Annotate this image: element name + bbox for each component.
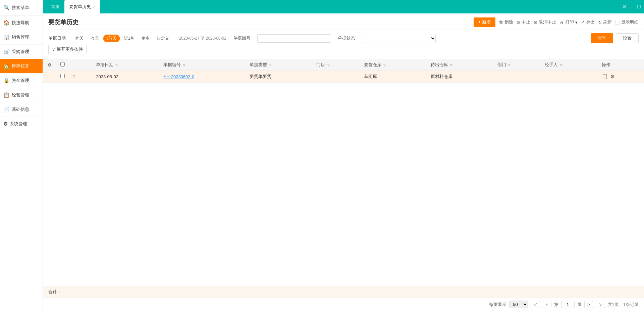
tab-close-icon[interactable]: × xyxy=(93,4,95,9)
page-number-input[interactable]: 1 xyxy=(561,301,575,308)
date-btn-more[interactable]: 更多 xyxy=(139,35,153,42)
col-req-warehouse[interactable]: 要货仓库 ⇅ xyxy=(360,59,427,71)
sidebar-item-operations[interactable]: 📋 经营管理 xyxy=(0,88,43,102)
home-icon: 🏠 xyxy=(3,20,10,26)
sidebar-item-label: 采购管理 xyxy=(12,49,29,55)
sort-handler-icon: ⇅ xyxy=(560,63,562,67)
row-edit-icon[interactable]: 📋 xyxy=(602,74,608,80)
query-button[interactable]: 查询 xyxy=(591,33,613,43)
window-minimize-icon[interactable]: — xyxy=(629,4,635,10)
toolbar: + 新增 🗑 删除 ⊘ 中止 ⊙ 取消中止 🖨 打印 ▾ xyxy=(474,17,639,27)
sidebar-item-base[interactable]: 📄 基础信息 xyxy=(0,102,43,117)
sidebar-item-label: 销售管理 xyxy=(12,34,29,40)
sort-doc-no-icon: ⇅ xyxy=(183,63,185,67)
display-detail-button[interactable]: 显示明细 xyxy=(615,19,639,25)
cell-store xyxy=(312,71,360,83)
refresh-icon: ↻ xyxy=(598,20,602,25)
table-wrapper: ⚙ 单据日期 ⇅ 单据编号 ⇅ xyxy=(43,59,644,286)
cell-checkbox xyxy=(56,71,69,83)
date-range-display: 2023-05-27 至 2023-06-02 xyxy=(179,36,226,41)
topbar-right-controls: ✕ — □ xyxy=(622,4,641,10)
row-checkbox[interactable] xyxy=(60,74,65,78)
stop-icon: ⊘ xyxy=(517,20,520,25)
sidebar-item-system[interactable]: ⚙ 系统管理 xyxy=(0,117,43,131)
col-store[interactable]: 门店 ⇅ xyxy=(312,59,360,71)
filter-settings-button[interactable]: 设置 xyxy=(616,33,639,43)
display-detail-checkbox[interactable] xyxy=(615,20,620,25)
prev-page-button[interactable]: < xyxy=(543,301,551,308)
page-suffix: 页 xyxy=(577,302,582,308)
window-maximize-icon[interactable]: □ xyxy=(637,4,641,10)
tab-requisition-history-label: 要货单历史 xyxy=(69,4,91,10)
sidebar-item-quick-nav[interactable]: 🏠 快捷导航 xyxy=(0,16,43,30)
cell-req-warehouse: 车间库 xyxy=(360,71,427,83)
sidebar-item-sales[interactable]: 📊 销售管理 xyxy=(0,30,43,45)
col-pending-warehouse[interactable]: 待出仓库 ⇅ xyxy=(427,59,493,71)
sidebar-item-inventory[interactable]: 🏡 库存核算 xyxy=(0,59,43,74)
doc-no-label: 单据编号 xyxy=(233,35,251,41)
sidebar: 🔍 搜索菜单 🏠 快捷导航 📊 销售管理 🛒 采购管理 🏡 库存核算 🔒 资金管… xyxy=(0,0,43,311)
last-page-button[interactable]: ▷ xyxy=(596,301,605,308)
delete-icon: 🗑 xyxy=(499,20,503,25)
col-handler[interactable]: 经手人 ⇅ xyxy=(541,59,598,71)
first-page-button[interactable]: ◁ xyxy=(531,301,540,308)
export-icon: ↗ xyxy=(581,20,585,25)
tab-home[interactable]: 首页 xyxy=(46,0,64,13)
filter-area: 单据日期 昨天 今天 近7天 近1月 更多 自定义 2023-05-27 至 2… xyxy=(43,30,644,59)
doc-no-input[interactable] xyxy=(257,34,331,43)
cell-doc-no[interactable]: YH-20230602-0 xyxy=(159,71,246,83)
col-doc-no[interactable]: 单据编号 ⇅ xyxy=(159,59,246,71)
next-page-button[interactable]: > xyxy=(584,301,593,308)
print-dropdown-icon: ▾ xyxy=(575,20,578,25)
date-btn-7days[interactable]: 近7天 xyxy=(103,35,120,42)
date-btn-custom[interactable]: 自定义 xyxy=(154,35,172,42)
table-header: ⚙ 单据日期 ⇅ 单据编号 ⇅ xyxy=(43,59,644,71)
refresh-button[interactable]: ↻ 刷新 xyxy=(598,19,612,25)
sort-store-icon: ⇅ xyxy=(327,63,330,67)
date-btn-1month[interactable]: 近1月 xyxy=(121,35,138,42)
window-close-icon[interactable]: ✕ xyxy=(622,4,627,10)
export-button[interactable]: ↗ 导出 xyxy=(581,19,595,25)
clipboard-icon: 📋 xyxy=(3,92,10,98)
tab-requisition-history[interactable]: 要货单历史 × xyxy=(64,0,100,13)
document-icon: 📄 xyxy=(3,106,10,113)
col-settings[interactable]: ⚙ xyxy=(43,59,56,71)
sidebar-item-finance[interactable]: 🔒 资金管理 xyxy=(0,74,43,88)
cell-seq: 1 xyxy=(69,71,92,83)
col-doc-date[interactable]: 单据日期 ⇅ xyxy=(92,59,159,71)
search-icon: 🔍 xyxy=(3,5,10,11)
col-doc-type[interactable]: 单据类型 ⇅ xyxy=(246,59,312,71)
delete-button[interactable]: 🗑 删除 xyxy=(499,19,513,25)
status-select[interactable] xyxy=(362,34,436,43)
new-button[interactable]: + 新增 xyxy=(474,17,495,27)
print-button[interactable]: 🖨 打印 ▾ xyxy=(559,19,578,25)
sort-department-icon: ⇅ xyxy=(508,63,511,67)
date-btn-yesterday[interactable]: 昨天 xyxy=(72,35,87,42)
cell-settings xyxy=(43,71,56,83)
doc-no-link[interactable]: YH-20230602-0 xyxy=(163,74,194,79)
sidebar-search[interactable]: 🔍 搜索菜单 xyxy=(0,0,43,16)
pagination: 每页显示 50 10 20 100 ◁ < 第 1 页 > ▷ 共1页，1条记录 xyxy=(43,298,644,311)
row-detail-icon[interactable]: ⚙ xyxy=(610,74,614,80)
main-area: 首页 要货单历史 × ✕ — □ 要货单历史 + 新增 🗑 删除 ⊘ xyxy=(43,0,644,311)
select-all-checkbox[interactable] xyxy=(60,62,65,66)
per-page-select[interactable]: 50 10 20 100 xyxy=(509,301,528,308)
sort-req-warehouse-icon: ⇅ xyxy=(383,63,386,67)
total-info: 共1页，1条记录 xyxy=(608,302,639,308)
cancel-stop-button[interactable]: ⊙ 取消中止 xyxy=(534,19,556,25)
col-department[interactable]: 部门 ⇅ xyxy=(493,59,541,71)
cell-doc-type: 要货单要货 xyxy=(246,71,312,83)
date-btn-today[interactable]: 今天 xyxy=(88,35,102,42)
col-actions: 操作 xyxy=(598,59,644,71)
sidebar-item-purchase[interactable]: 🛒 采购管理 xyxy=(0,45,43,59)
sidebar-item-label: 基础信息 xyxy=(12,106,29,113)
topbar: 首页 要货单历史 × ✕ — □ xyxy=(43,0,644,13)
sort-doc-date-icon: ⇅ xyxy=(115,63,118,67)
sidebar-search-label: 搜索菜单 xyxy=(12,5,29,11)
warehouse-icon: 🏡 xyxy=(3,63,10,69)
summary-label: 合计： xyxy=(48,289,61,295)
row-actions: 📋 ⚙ xyxy=(602,74,640,80)
expand-more-button[interactable]: ∨ 展开更多条件 xyxy=(48,45,87,54)
cell-handler xyxy=(541,71,598,83)
stop-button[interactable]: ⊘ 中止 xyxy=(517,19,530,25)
